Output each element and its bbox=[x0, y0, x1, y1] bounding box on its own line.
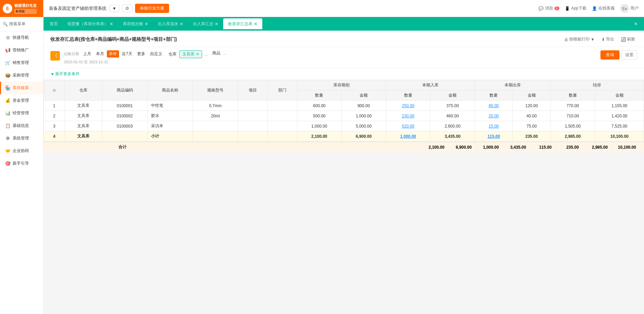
row-out-qty-link[interactable]: 80.00 bbox=[489, 103, 499, 108]
tab-label: 库存批次账 bbox=[123, 21, 143, 27]
row-bal-amt: 7,525.00 bbox=[595, 121, 644, 131]
row-out-qty[interactable]: 15.00 bbox=[475, 121, 513, 131]
sidebar-search-area: 🔍 搜索菜单 bbox=[0, 17, 43, 31]
goods-more[interactable]: ... bbox=[223, 51, 227, 56]
col-settings-header: ⚙ bbox=[44, 80, 65, 101]
filter-bar: 《 记账日期 上月 本月 本年 近7天 更多 自定义 2 bbox=[44, 47, 644, 68]
operations-icon: 📊 bbox=[5, 111, 11, 116]
row-in-qty-link[interactable]: 1,000.00 bbox=[400, 134, 416, 139]
sidebar-item-label: 基础信息 bbox=[13, 123, 29, 129]
table-row: 2文具库0100002胶水20ml500.001,000.00230.00460… bbox=[44, 111, 644, 121]
filter-toggle-button[interactable]: 《 bbox=[50, 51, 60, 61]
date-btn-custom[interactable]: 自定义 bbox=[148, 50, 164, 57]
header-right: 💬 消息 6 📱 App下载 👤 在线客服 Ea 用户 bbox=[539, 4, 639, 13]
warehouse-more[interactable]: ... bbox=[205, 52, 208, 57]
page-close-button[interactable]: ✕ bbox=[632, 20, 640, 27]
col-dept-header: 部门 bbox=[267, 80, 297, 101]
filter-settings-button[interactable]: 设置 bbox=[622, 50, 637, 60]
warehouse-tag-close[interactable]: ✕ bbox=[196, 52, 199, 56]
tab-close-button[interactable]: ✕ bbox=[254, 21, 258, 27]
row-in-qty[interactable]: 1,000.00 bbox=[386, 131, 430, 142]
row-bal-qty: 1,505.00 bbox=[550, 121, 595, 131]
row-spec: 0.7mm bbox=[193, 101, 238, 111]
sidebar-item-basic-info[interactable]: 📋 基础信息 bbox=[0, 119, 43, 132]
tab-in-out-summary[interactable]: 出入库汇总 ✕ bbox=[188, 18, 223, 29]
tab-close-button[interactable]: ✕ bbox=[180, 21, 183, 27]
row-in-qty-link[interactable]: 230.00 bbox=[402, 114, 414, 118]
mobile-icon: 📱 bbox=[565, 6, 570, 11]
row-in-qty-link[interactable]: 520.00 bbox=[402, 124, 414, 129]
search-menu-button[interactable]: 🔍 搜索菜单 bbox=[3, 20, 40, 28]
sidebar-item-guide[interactable]: 🎯 新手引导 bbox=[0, 157, 43, 170]
col-in-amt-header: 金额 bbox=[430, 90, 475, 101]
date-btn-this-month[interactable]: 本月 bbox=[94, 50, 106, 57]
sidebar-item-marketing[interactable]: 📢 营销推广 bbox=[0, 44, 43, 56]
tab-close-button[interactable]: ✕ bbox=[215, 21, 218, 27]
purchase-icon: 📦 bbox=[5, 73, 11, 78]
sidebar-item-label: 新手引导 bbox=[13, 161, 29, 166]
tab-receive-summary[interactable]: 收发存汇总表 ✕ bbox=[223, 18, 262, 29]
tab-close-button[interactable]: ✕ bbox=[145, 21, 148, 27]
row-out-qty-link[interactable]: 115.00 bbox=[488, 134, 500, 139]
sidebar-item-label: 快捷导航 bbox=[13, 35, 29, 40]
col-settings-icon[interactable]: ⚙ bbox=[52, 88, 56, 93]
tab-close-button[interactable]: ✕ bbox=[110, 21, 113, 27]
sidebar-item-label: 经营管理 bbox=[13, 110, 29, 116]
query-button[interactable]: 查询 bbox=[600, 50, 620, 60]
export-button[interactable]: ⬇ 导出 bbox=[599, 35, 616, 43]
row-name: 小计 bbox=[147, 131, 193, 142]
date-btn-7days[interactable]: 近7天 bbox=[120, 50, 134, 57]
message-button[interactable]: 💬 消息 6 bbox=[539, 5, 559, 11]
sidebar-item-inventory[interactable]: 🏪 库存核算 bbox=[0, 82, 43, 94]
tab-home[interactable]: 首页 bbox=[45, 18, 63, 29]
col-code-header: 商品编码 bbox=[102, 80, 147, 101]
support-button[interactable]: 👤 在线客服 bbox=[592, 5, 615, 11]
row-out-qty-link[interactable]: 15.00 bbox=[489, 124, 499, 129]
col-open-qty-header: 数量 bbox=[297, 90, 342, 101]
row-open-amt: 5,000.00 bbox=[342, 121, 386, 131]
gear-button[interactable]: ⚙ bbox=[122, 4, 132, 12]
user-menu-button[interactable]: Ea 用户 bbox=[620, 4, 639, 13]
row-out-qty[interactable]: 115.00 bbox=[475, 131, 513, 142]
row-out-qty[interactable]: 80.00 bbox=[475, 101, 513, 111]
page-title: 收发存汇总表(按仓库+商品编码+商品+规格型号+项目+部门) bbox=[50, 36, 177, 43]
date-btn-more[interactable]: 更多 bbox=[135, 50, 147, 57]
table-row: 3文具库0100003采访本1,000.005,000.00520.002,60… bbox=[44, 121, 644, 131]
row-in-qty[interactable]: 230.00 bbox=[386, 111, 430, 121]
sidebar-item-finance[interactable]: 💰 资金管理 bbox=[0, 94, 43, 107]
marketing-icon: 📢 bbox=[5, 48, 11, 53]
print-button[interactable]: 🖨 按模板打印 ▼ bbox=[562, 35, 597, 43]
tab-batch-account[interactable]: 库存批次账 ✕ bbox=[118, 18, 153, 29]
sidebar-item-enterprise[interactable]: 🤝 企业协同 bbox=[0, 145, 43, 157]
row-out-qty-link[interactable]: 20.00 bbox=[489, 114, 499, 118]
row-in-qty-link[interactable]: 250.00 bbox=[402, 103, 414, 108]
row-code bbox=[102, 131, 147, 142]
refresh-icon: 🔄 bbox=[621, 37, 626, 42]
table-row: 1文具库0100001中性笔0.7mm600.00900.00250.00375… bbox=[44, 101, 644, 111]
system-dropdown-button[interactable]: ▼ bbox=[109, 5, 119, 12]
tab-bar: 首页 现货量（库存分布表） ✕ 库存批次账 ✕ 出入库流水 ✕ 出入库汇总 ✕ … bbox=[44, 17, 644, 31]
date-btn-this-year[interactable]: 本年 bbox=[107, 50, 119, 57]
expand-icon: ▼ bbox=[50, 72, 54, 77]
date-btn-last-month[interactable]: 上月 bbox=[81, 50, 93, 57]
sidebar-item-label: 营销推广 bbox=[13, 47, 29, 53]
sidebar-item-operations[interactable]: 📊 经营管理 bbox=[0, 107, 43, 119]
expand-conditions-button[interactable]: ▼ 展开更多条件 bbox=[50, 70, 80, 78]
col-in-qty-header: 数量 bbox=[386, 90, 430, 101]
row-spec: 20ml bbox=[193, 111, 238, 121]
tab-in-out-flow[interactable]: 出入库流水 ✕ bbox=[153, 18, 188, 29]
app-download-button[interactable]: 📱 App下载 bbox=[565, 5, 587, 11]
refresh-button[interactable]: 🔄 刷新 bbox=[619, 35, 637, 43]
sidebar-item-quick-nav[interactable]: ⊙ 快捷导航 bbox=[0, 31, 43, 44]
sidebar-item-purchase[interactable]: 📦 采购管理 bbox=[0, 69, 43, 82]
row-in-qty[interactable]: 520.00 bbox=[386, 121, 430, 131]
sidebar-item-sales[interactable]: 🛒 销售管理 bbox=[0, 56, 43, 69]
footer-open-amt: 6,900.00 bbox=[450, 145, 477, 150]
sidebar-item-system[interactable]: ⚙ 系统管理 bbox=[0, 132, 43, 145]
row-in-qty[interactable]: 250.00 bbox=[386, 101, 430, 111]
row-dept bbox=[267, 121, 297, 131]
trial-button[interactable]: 体验行业方案 bbox=[135, 4, 169, 13]
row-out-qty[interactable]: 20.00 bbox=[475, 111, 513, 121]
date-buttons: 上月 本月 本年 近7天 更多 自定义 bbox=[81, 50, 164, 57]
tab-inventory-dist[interactable]: 现货量（库存分布表） ✕ bbox=[63, 18, 118, 29]
